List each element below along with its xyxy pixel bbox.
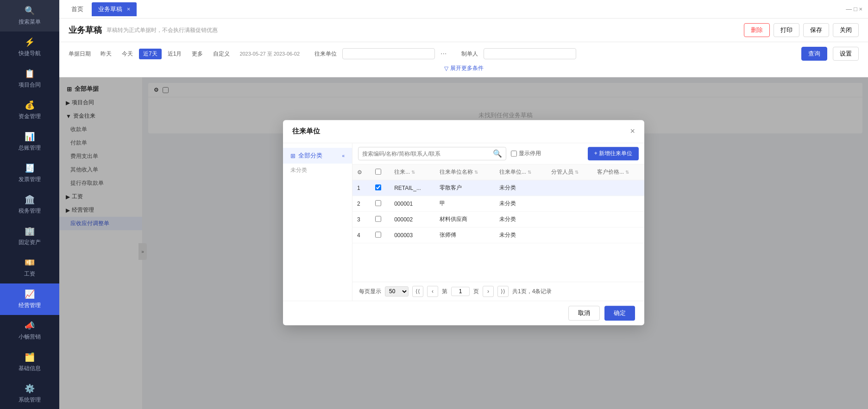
sidebar-item-invoice[interactable]: 🧾 发票管理	[0, 157, 59, 189]
sidebar-label-ledger: 总账管理	[19, 144, 41, 152]
th-code[interactable]: 往来... ⇅	[390, 164, 434, 180]
counterparty-input[interactable]	[342, 48, 435, 59]
sidebar-item-search[interactable]: 🔍 搜索菜单	[0, 0, 59, 31]
sidebar-item-nav[interactable]: ⚡ 快捷导航	[0, 31, 59, 63]
collapse-cat-icon[interactable]: «	[342, 153, 345, 158]
gear-icon-2[interactable]: ⚙	[357, 169, 362, 176]
delete-btn[interactable]: 删除	[744, 23, 770, 37]
expand-btn[interactable]: ▽ 展开更多条件	[444, 64, 484, 72]
th-price[interactable]: 客户价格... ⇅	[592, 164, 644, 180]
row-code: RETAIL_...	[390, 180, 434, 196]
date-tab-more[interactable]: 更多	[188, 49, 207, 59]
table-row[interactable]: 2 000001 甲 未分类	[352, 196, 644, 212]
modal-body: ⊞ 全部分类 « 未分类 🔍	[283, 143, 644, 301]
add-counterparty-btn[interactable]: + 新增往来单位	[588, 147, 639, 160]
date-tab-yesterday[interactable]: 昨天	[96, 49, 116, 59]
row-num: 4	[352, 227, 371, 243]
tab-draft-label: 业务草稿	[98, 6, 122, 13]
first-page-btn[interactable]: ⟨⟨	[412, 286, 423, 297]
row-manager	[547, 180, 592, 196]
sidebar-item-marketing[interactable]: 📣 小畅营销	[0, 315, 59, 346]
cancel-btn[interactable]: 取消	[568, 306, 600, 321]
header-actions: 删除 打印 保存 关闭	[744, 23, 859, 37]
date-tab-7days[interactable]: 近7天	[139, 49, 162, 59]
total-records: 共1页，4条记录	[512, 288, 552, 296]
sidebar-item-finance[interactable]: 💰 资金管理	[0, 94, 59, 126]
filter-bar: 单据日期 昨天 今天 近7天 近1月 更多 自定义 2023-05-27 至 2…	[59, 42, 868, 77]
creator-input[interactable]	[484, 48, 576, 59]
next-page-btn[interactable]: ›	[483, 286, 494, 297]
search-icon: 🔍	[25, 6, 35, 16]
save-btn[interactable]: 保存	[803, 23, 829, 37]
row-category: 未分类	[495, 212, 547, 227]
sidebar-item-mgmt[interactable]: 📈 经营管理	[0, 283, 59, 315]
modal-search-input[interactable]	[362, 151, 490, 157]
more-filters-dots[interactable]: ···	[440, 50, 447, 58]
sidebar-item-assets[interactable]: 🏢 固定资产	[0, 220, 59, 252]
sidebar-label-mgmt: 经营管理	[19, 302, 41, 309]
cat-all[interactable]: ⊞ 全部分类 «	[283, 148, 352, 164]
sidebar-label-basic: 基础信息	[19, 365, 41, 372]
close-btn[interactable]: 关闭	[833, 23, 859, 37]
table-row[interactable]: 4 000003 张师傅 未分类	[352, 227, 644, 243]
per-page-label: 每页显示	[359, 288, 381, 296]
row-price	[592, 212, 644, 227]
show-disabled-checkbox[interactable]	[511, 151, 517, 157]
th-category[interactable]: 往来单位... ⇅	[495, 164, 547, 180]
topbar: 首页 业务草稿 × — □ ×	[59, 0, 868, 19]
tab-home[interactable]: 首页	[65, 2, 90, 16]
prev-page-btn[interactable]: ‹	[427, 286, 438, 297]
show-disabled-label[interactable]: 显示停用	[511, 150, 541, 157]
last-page-btn[interactable]: ⟩⟩	[497, 286, 509, 297]
filter-row-2: ▽ 展开更多条件	[69, 64, 859, 72]
modal-close-btn[interactable]: ×	[630, 126, 635, 136]
row-check[interactable]	[371, 180, 390, 196]
modal-title: 往来单位	[292, 127, 320, 136]
row-check[interactable]	[371, 196, 390, 212]
row-check[interactable]	[371, 227, 390, 243]
tab-close-icon[interactable]: ×	[127, 6, 131, 13]
th-settings: ⚙	[352, 164, 371, 180]
sidebar-item-contract[interactable]: 📋 项目合同	[0, 63, 59, 94]
sidebar-item-basic[interactable]: 🗂️ 基础信息	[0, 346, 59, 378]
query-btn[interactable]: 查询	[801, 47, 827, 61]
date-tab-today[interactable]: 今天	[118, 49, 137, 59]
sidebar-item-system[interactable]: ⚙️ 系统管理	[0, 378, 59, 409]
modal-category-sidebar: ⊞ 全部分类 « 未分类	[283, 143, 352, 301]
sidebar-item-ledger[interactable]: 📊 总账管理	[0, 126, 59, 157]
creator-label: 制单人	[461, 50, 478, 58]
table-row[interactable]: 3 000002 材料供应商 未分类	[352, 212, 644, 227]
ledger-icon: 📊	[25, 132, 35, 142]
page-input[interactable]	[451, 287, 470, 296]
finance-icon: 💰	[25, 100, 35, 110]
th-name[interactable]: 往来单位名称 ⇅	[435, 164, 495, 180]
th-manager[interactable]: 分管人员 ⇅	[547, 164, 592, 180]
date-tabs: 昨天 今天 近7天 近1月 更多 自定义	[96, 49, 234, 59]
window-close-btn[interactable]: — □ ×	[846, 6, 862, 13]
print-btn[interactable]: 打印	[774, 23, 799, 37]
tab-draft[interactable]: 业务草稿 ×	[92, 2, 137, 16]
date-tab-custom[interactable]: 自定义	[209, 49, 234, 59]
row-num: 3	[352, 212, 371, 227]
per-page-select[interactable]: 50 100 200	[385, 286, 409, 296]
date-tab-1month[interactable]: 近1月	[164, 49, 186, 59]
table-row[interactable]: 1 RETAIL_... 零散客户 未分类	[352, 180, 644, 196]
sidebar-item-tax[interactable]: 🏛️ 税务管理	[0, 189, 59, 220]
tax-icon: 🏛️	[25, 195, 35, 205]
main-container: 首页 业务草稿 × — □ × 业务草稿 草稿转为正式单据时，不会执行满额促销优…	[59, 0, 868, 409]
settings-btn[interactable]: 设置	[833, 47, 859, 61]
nav-icon: ⚡	[25, 37, 35, 47]
page-label: 页	[473, 288, 479, 296]
row-check[interactable]	[371, 212, 390, 227]
row-price	[592, 196, 644, 212]
modal-toolbar: 🔍 显示停用 + 新增往来单位	[352, 143, 644, 164]
confirm-btn[interactable]: 确定	[604, 306, 635, 321]
page-title: 业务草稿	[69, 25, 102, 36]
sidebar-label-assets: 固定资产	[19, 239, 41, 246]
sidebar-label-contract: 项目合同	[19, 81, 41, 89]
invoice-icon: 🧾	[25, 163, 35, 173]
content-area: ⊞ 全部单据 » ▶ 项目合同 ▼ 资金往来 收款单 付款单 费用支出单 其他收…	[59, 77, 868, 409]
sidebar-item-salary[interactable]: 💴 工资	[0, 252, 59, 283]
cat-unclassified[interactable]: 未分类	[290, 167, 307, 173]
select-all-modal[interactable]	[375, 169, 381, 175]
